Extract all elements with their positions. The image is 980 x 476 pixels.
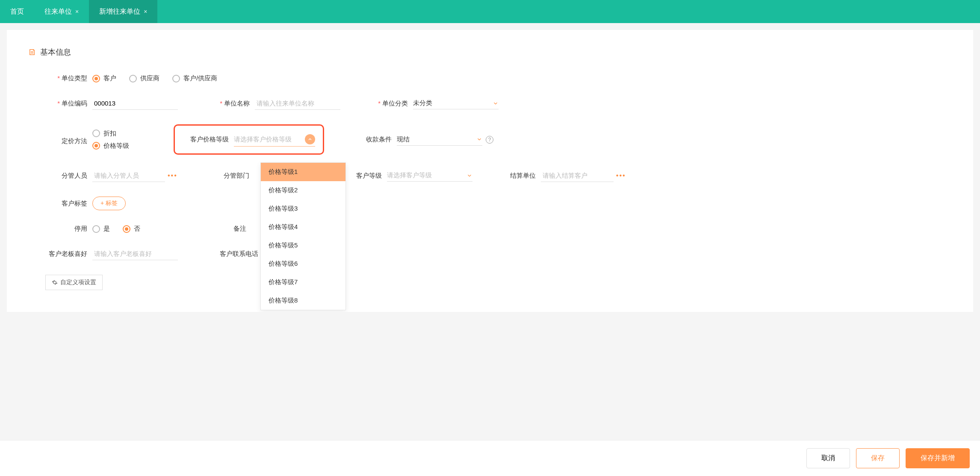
radio-disabled-no[interactable]: 否: [123, 225, 140, 233]
tab-label: 新增往来单位: [99, 7, 140, 16]
more-icon[interactable]: •••: [168, 172, 177, 179]
tab-label: 往来单位: [44, 7, 72, 16]
dropdown-option[interactable]: 价格等级6: [261, 255, 345, 273]
radio-price-level[interactable]: 价格等级: [92, 142, 129, 150]
label-tags: 客户标签: [37, 200, 92, 208]
tab-contacts[interactable]: 往来单位 ×: [34, 0, 89, 23]
help-icon[interactable]: ?: [486, 136, 493, 144]
gear-icon: [52, 279, 58, 285]
label-payment-terms: 收款条件: [354, 135, 397, 144]
dropdown-option[interactable]: 价格等级7: [261, 273, 345, 291]
label-boss-pref: 客户老板喜好: [37, 250, 92, 258]
boss-pref-input[interactable]: [92, 247, 178, 260]
dropdown-option[interactable]: 价格等级8: [261, 291, 345, 310]
unit-category-select[interactable]: 未分类: [413, 97, 499, 109]
label-settle-unit: 结算单位: [502, 172, 541, 180]
chevron-down-icon: [466, 173, 472, 179]
dropdown-option[interactable]: 价格等级4: [261, 218, 345, 236]
label-remark: 备注: [204, 225, 251, 233]
dropdown-option[interactable]: 价格等级1: [261, 163, 345, 181]
unit-code-input[interactable]: [92, 97, 178, 110]
add-tag-button[interactable]: + 标签: [92, 197, 126, 210]
chevron-down-icon: [493, 100, 499, 106]
custom-fields-button[interactable]: 自定义项设置: [45, 275, 103, 290]
settle-unit-input[interactable]: [541, 169, 614, 182]
label-price-level: 客户价格等级: [183, 135, 234, 144]
form-panel: 基本信息 *单位类型 客户 供应商 客户/供应商 *单位编码 *单位名称 *单位…: [7, 30, 973, 312]
staff-input[interactable]: [92, 169, 165, 182]
label-unit-type: *单位类型: [37, 74, 92, 82]
price-level-highlight: 客户价格等级 请选择客户价格等级: [174, 124, 324, 155]
tabs-bar: 首页 往来单位 × 新增往来单位 ×: [0, 0, 980, 23]
label-contact-phone: 客户联系电话: [208, 250, 263, 258]
customer-level-select[interactable]: 请选择客户等级: [387, 170, 472, 182]
payment-terms-select[interactable]: 现结: [397, 134, 482, 146]
chevron-up-icon: [305, 134, 315, 144]
tab-label: 首页: [10, 7, 24, 16]
price-level-dropdown: 价格等级1 价格等级2 价格等级3 价格等级4 价格等级5 价格等级6 价格等级…: [260, 162, 346, 310]
price-level-select[interactable]: 请选择客户价格等级: [234, 132, 315, 147]
label-unit-category: *单位分类: [370, 100, 413, 108]
label-pricing-method: 定价方法: [37, 129, 92, 145]
radio-customer[interactable]: 客户: [92, 74, 116, 82]
radio-disabled-yes[interactable]: 是: [92, 225, 110, 233]
radio-supplier[interactable]: 供应商: [129, 74, 159, 82]
label-unit-code: *单位编码: [37, 100, 92, 108]
dropdown-option[interactable]: 价格等级2: [261, 181, 345, 200]
section-title: 基本信息: [40, 47, 71, 57]
label-disabled: 停用: [37, 225, 92, 233]
section-header: 基本信息: [28, 47, 952, 57]
close-icon[interactable]: ×: [144, 8, 147, 15]
radio-both[interactable]: 客户/供应商: [172, 74, 217, 82]
label-unit-name: *单位名称: [208, 100, 255, 108]
dropdown-option[interactable]: 价格等级3: [261, 200, 345, 218]
radio-discount[interactable]: 折扣: [92, 129, 129, 138]
tab-new-contact[interactable]: 新增往来单位 ×: [89, 0, 157, 23]
chevron-down-icon: [476, 136, 482, 142]
more-icon[interactable]: •••: [616, 172, 626, 179]
dropdown-option[interactable]: 价格等级5: [261, 236, 345, 255]
tab-home[interactable]: 首页: [0, 0, 34, 23]
unit-name-input[interactable]: [255, 97, 340, 110]
note-icon: [28, 48, 36, 56]
label-staff: 分管人员: [37, 172, 92, 180]
close-icon[interactable]: ×: [75, 8, 79, 15]
label-customer-level: 客户等级: [344, 172, 387, 180]
label-dept: 分管部门: [207, 172, 254, 180]
